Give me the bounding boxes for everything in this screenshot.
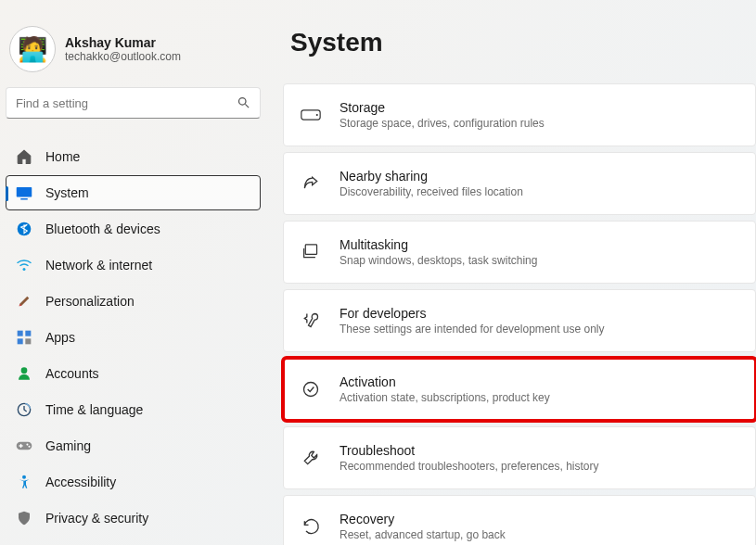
- apps-icon: [16, 329, 32, 346]
- tile-activation[interactable]: Activation Activation state, subscriptio…: [283, 358, 756, 421]
- nav-system[interactable]: System: [6, 175, 261, 210]
- svg-rect-7: [25, 331, 31, 336]
- nav-label: Apps: [45, 330, 75, 345]
- tile-recovery[interactable]: Recovery Reset, advanced startup, go bac…: [283, 495, 756, 545]
- svg-rect-16: [20, 444, 21, 448]
- tile-title: Troubleshoot: [340, 443, 598, 458]
- tile-troubleshoot[interactable]: Troubleshoot Recommended troubleshooters…: [283, 426, 756, 489]
- settings-tiles: Storage Storage space, drives, configura…: [283, 83, 756, 545]
- user-email: techakko@outlook.com: [65, 50, 181, 63]
- nav-privacy[interactable]: Privacy & security: [6, 501, 261, 536]
- tile-subtitle: These settings are intended for developm…: [340, 323, 605, 336]
- brush-icon: [16, 293, 32, 310]
- svg-point-13: [26, 444, 28, 446]
- svg-rect-8: [18, 338, 23, 344]
- user-profile[interactable]: 🧑‍💻 Akshay Kumar techakko@outlook.com: [9, 26, 261, 72]
- svg-point-0: [239, 98, 247, 106]
- nav-network[interactable]: Network & internet: [6, 247, 261, 283]
- svg-rect-2: [17, 187, 32, 197]
- svg-point-14: [29, 446, 31, 448]
- svg-point-19: [316, 114, 318, 116]
- shield-icon: [16, 510, 32, 526]
- page-title: System: [290, 28, 756, 57]
- wifi-icon: [16, 257, 32, 273]
- tile-title: Multitasking: [340, 237, 537, 252]
- nav-label: Home: [45, 149, 80, 164]
- nav-apps[interactable]: Apps: [6, 320, 261, 355]
- tile-title: For developers: [340, 306, 605, 321]
- tile-for-developers[interactable]: For developers These settings are intend…: [283, 289, 756, 352]
- tile-subtitle: Discoverability, received files location: [340, 185, 523, 198]
- nav-label: Personalization: [45, 294, 135, 309]
- tile-storage[interactable]: Storage Storage space, drives, configura…: [283, 83, 756, 146]
- nav-label: Privacy & security: [45, 511, 148, 526]
- nav-label: Time & language: [45, 402, 143, 417]
- main-panel: System Storage Storage space, drives, co…: [274, 0, 756, 545]
- nav-label: Accounts: [45, 366, 99, 381]
- tile-title: Recovery: [340, 512, 506, 526]
- nav-home[interactable]: Home: [6, 139, 261, 174]
- nav-accessibility[interactable]: Accessibility: [6, 464, 261, 500]
- tile-nearby-sharing[interactable]: Nearby sharing Discoverability, received…: [283, 152, 756, 215]
- tool-icon: [301, 448, 321, 468]
- svg-rect-20: [305, 245, 316, 255]
- clock-icon: [16, 401, 32, 418]
- nav-label: System: [45, 185, 89, 200]
- nav-label: Bluetooth & devices: [45, 222, 160, 236]
- tile-title: Nearby sharing: [340, 169, 523, 184]
- nav-list: Home System Bluetooth & devices Network …: [6, 139, 261, 536]
- tile-multitasking[interactable]: Multitasking Snap windows, desktops, tas…: [283, 221, 756, 284]
- tile-subtitle: Activation state, subscriptions, product…: [340, 391, 550, 404]
- gamepad-icon: [16, 437, 32, 454]
- svg-point-10: [21, 367, 28, 374]
- search-input[interactable]: [6, 96, 260, 110]
- nav-personalization[interactable]: Personalization: [6, 284, 261, 319]
- svg-rect-6: [18, 331, 23, 336]
- tile-subtitle: Storage space, drives, configuration rul…: [340, 117, 545, 130]
- accessibility-icon: [16, 474, 32, 490]
- tile-title: Activation: [340, 374, 550, 389]
- system-icon: [16, 184, 32, 201]
- sidebar: 🧑‍💻 Akshay Kumar techakko@outlook.com Ho…: [0, 0, 274, 545]
- search-icon: [237, 95, 250, 109]
- home-icon: [16, 148, 32, 165]
- multitask-icon: [301, 242, 321, 262]
- tile-subtitle: Reset, advanced startup, go back: [340, 528, 506, 541]
- svg-line-1: [245, 104, 249, 108]
- recovery-icon: [301, 516, 321, 537]
- nav-bluetooth[interactable]: Bluetooth & devices: [6, 211, 261, 247]
- avatar: 🧑‍💻: [9, 26, 56, 72]
- nav-label: Accessibility: [45, 475, 116, 489]
- nav-accounts[interactable]: Accounts: [6, 356, 261, 391]
- tile-title: Storage: [340, 100, 545, 115]
- nav-label: Gaming: [45, 438, 91, 453]
- svg-point-21: [304, 383, 318, 397]
- nav-time[interactable]: Time & language: [6, 392, 261, 427]
- check-circle-icon: [301, 379, 321, 399]
- storage-icon: [301, 105, 321, 125]
- bluetooth-icon: [16, 221, 32, 237]
- svg-point-17: [22, 475, 26, 479]
- wrench-icon: [301, 311, 321, 331]
- tile-subtitle: Snap windows, desktops, task switching: [340, 254, 537, 267]
- svg-rect-9: [25, 338, 31, 344]
- nav-label: Network & internet: [45, 258, 152, 272]
- nav-gaming[interactable]: Gaming: [6, 428, 261, 463]
- user-icon: [16, 365, 32, 382]
- share-icon: [301, 173, 321, 194]
- svg-rect-3: [20, 198, 28, 200]
- user-name: Akshay Kumar: [65, 35, 181, 50]
- svg-point-5: [23, 268, 26, 271]
- search-box[interactable]: [6, 87, 261, 119]
- tile-subtitle: Recommended troubleshooters, preferences…: [340, 460, 598, 473]
